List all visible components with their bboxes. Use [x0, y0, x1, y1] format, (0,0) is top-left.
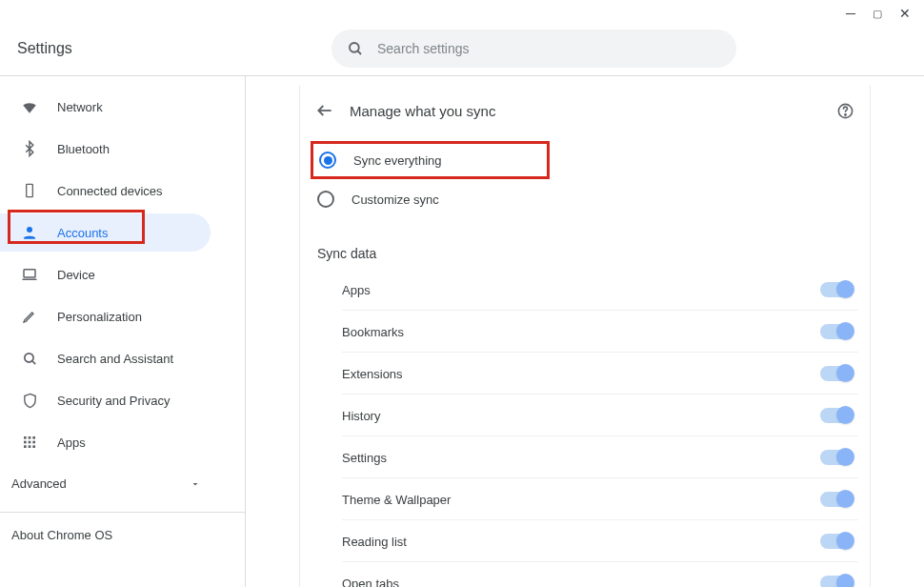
toggle-bookmarks[interactable] — [820, 324, 853, 339]
sidebar-item-accounts[interactable]: Accounts — [0, 213, 211, 252]
svg-rect-11 — [24, 441, 27, 444]
radio-customize-sync[interactable] — [317, 191, 334, 208]
svg-rect-9 — [29, 436, 31, 439]
about-label: About Chrome OS — [11, 528, 112, 542]
toggle-open-tabs[interactable] — [820, 576, 853, 587]
radio-row-customize[interactable]: Customize sync — [311, 179, 858, 219]
sync-row-reading-list: Reading list — [342, 520, 858, 562]
svg-rect-13 — [32, 441, 35, 444]
sidebar-item-device[interactable]: Device — [0, 255, 211, 294]
sync-row-open-tabs: Open tabs — [342, 562, 858, 587]
sync-row-history: History — [342, 395, 858, 436]
pencil-icon — [21, 309, 38, 324]
svg-point-19 — [845, 113, 846, 114]
advanced-label: Advanced — [11, 476, 67, 491]
sidebar-item-search-assistant[interactable]: Search and Assistant — [0, 339, 211, 377]
svg-line-1 — [357, 51, 361, 54]
sidebar-item-label: Accounts — [57, 226, 108, 240]
maximize-button[interactable]: ▢ — [873, 8, 882, 20]
sidebar-item-label: Connected devices — [57, 184, 163, 198]
toggle-reading-list[interactable] — [820, 534, 853, 549]
row-label: Bookmarks — [342, 325, 404, 339]
sync-row-extensions: Extensions — [342, 353, 858, 395]
sync-row-apps: Apps — [342, 269, 858, 311]
sidebar-item-security[interactable]: Security and Privacy — [0, 381, 211, 419]
svg-line-7 — [31, 360, 34, 363]
person-icon — [21, 224, 38, 241]
svg-rect-14 — [24, 445, 27, 448]
svg-point-6 — [24, 353, 32, 361]
radio-label-customize: Customize sync — [352, 192, 439, 207]
radio-sync-everything[interactable] — [319, 152, 336, 169]
sync-panel: Manage what you sync Sync everything Cus… — [299, 86, 871, 587]
sidebar-item-label: Network — [57, 100, 103, 114]
chevron-down-icon — [190, 478, 201, 490]
svg-point-3 — [27, 227, 32, 233]
sidebar-item-bluetooth[interactable]: Bluetooth — [0, 130, 211, 168]
wifi-icon — [21, 98, 38, 115]
row-label: Settings — [342, 451, 387, 465]
section-sync-data: Sync data — [311, 219, 858, 265]
row-label: History — [342, 409, 380, 423]
app-header: Settings — [0, 21, 924, 76]
sync-data-list: Apps Bookmarks Extensions History Settin… — [311, 265, 858, 587]
laptop-icon — [21, 266, 38, 283]
minimize-button[interactable]: ─ — [846, 6, 855, 21]
shield-icon — [21, 393, 38, 409]
row-label: Reading list — [342, 535, 407, 549]
svg-rect-12 — [29, 441, 31, 444]
svg-rect-10 — [32, 436, 35, 439]
close-button[interactable]: ✕ — [899, 6, 911, 21]
toggle-history[interactable] — [820, 408, 853, 423]
svg-rect-16 — [32, 445, 35, 448]
svg-rect-15 — [29, 445, 31, 448]
search-box[interactable] — [331, 30, 736, 68]
sidebar-item-label: Apps — [57, 435, 86, 450]
page-title: Settings — [17, 40, 331, 57]
sidebar-item-label: Bluetooth — [57, 142, 110, 156]
panel-title: Manage what you sync — [350, 103, 821, 119]
sidebar-advanced[interactable]: Advanced — [0, 465, 245, 502]
sidebar-item-label: Security and Privacy — [57, 394, 171, 408]
toggle-theme[interactable] — [820, 492, 853, 507]
content-area: Manage what you sync Sync everything Cus… — [246, 76, 924, 587]
help-button[interactable] — [836, 102, 854, 120]
row-label: Extensions — [342, 367, 403, 381]
sidebar-item-label: Search and Assistant — [57, 352, 173, 366]
toggle-extensions[interactable] — [820, 366, 853, 381]
radio-label-sync-everything: Sync everything — [353, 153, 442, 168]
bluetooth-icon — [21, 140, 38, 157]
svg-point-0 — [350, 43, 359, 52]
sidebar-item-devices[interactable]: Connected devices — [0, 172, 211, 210]
phone-icon — [21, 183, 38, 198]
sidebar-item-personalization[interactable]: Personalization — [0, 297, 211, 335]
sidebar-item-apps[interactable]: Apps — [0, 423, 211, 461]
sidebar-about[interactable]: About Chrome OS — [0, 513, 245, 557]
search-icon — [347, 40, 364, 57]
sync-row-theme: Theme & Wallpaper — [342, 478, 858, 520]
sidebar-item-network[interactable]: Network — [0, 88, 211, 126]
svg-rect-4 — [24, 270, 35, 277]
sync-row-settings: Settings — [342, 436, 858, 478]
apps-grid-icon — [21, 435, 38, 450]
svg-rect-2 — [27, 184, 33, 196]
sync-row-bookmarks: Bookmarks — [342, 311, 858, 353]
row-label: Theme & Wallpaper — [342, 493, 451, 507]
search-input[interactable] — [377, 41, 721, 56]
highlight-sync-everything: Sync everything — [311, 141, 550, 179]
window-controls: ─ ▢ ✕ — [0, 0, 924, 21]
search-icon — [21, 351, 38, 367]
svg-rect-8 — [24, 436, 27, 439]
row-label: Apps — [342, 283, 371, 297]
sidebar: Network Bluetooth Connected devices Acco… — [0, 76, 246, 587]
sidebar-item-label: Personalization — [57, 310, 142, 324]
sidebar-item-label: Device — [57, 268, 95, 282]
back-button[interactable] — [315, 101, 334, 120]
toggle-apps[interactable] — [820, 282, 853, 297]
row-label: Open tabs — [342, 577, 399, 588]
toggle-settings[interactable] — [820, 450, 853, 465]
